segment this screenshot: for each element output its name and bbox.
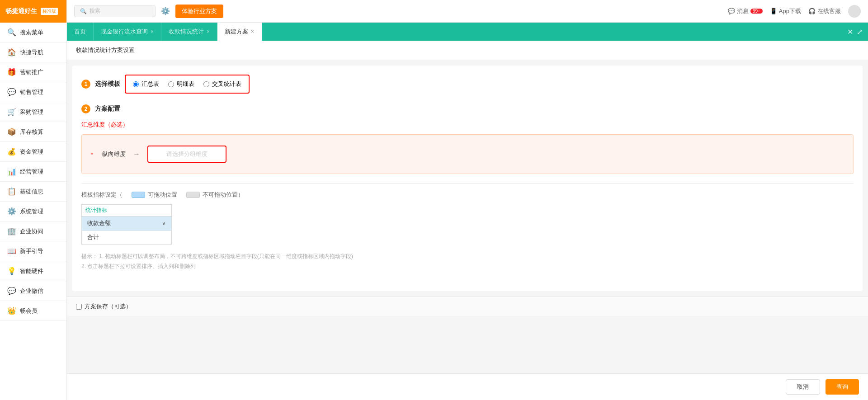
sidebar-label-sales: 销售管理 bbox=[20, 88, 43, 96]
service-label: 在线客服 bbox=[817, 7, 841, 15]
search-placeholder: 搜索 bbox=[90, 7, 100, 15]
message-label: 消息 bbox=[737, 7, 749, 15]
download-label: App下载 bbox=[779, 7, 801, 15]
tab-receipt-stats[interactable]: 收款情况统计× bbox=[161, 23, 217, 41]
tab-close-new-plan[interactable]: × bbox=[251, 28, 254, 35]
sidebar-item-system[interactable]: ⚙️ 系统管理 bbox=[0, 202, 66, 221]
sidebar-item-search-menu[interactable]: 🔍 搜索菜单 bbox=[0, 23, 66, 42]
draggable-box bbox=[132, 192, 145, 198]
sidebar-item-smart-hw[interactable]: 💡 智能硬件 bbox=[0, 261, 66, 281]
sidebar-label-wechat: 企业微信 bbox=[20, 287, 43, 295]
sidebar-item-basic-info[interactable]: 📋 基础信息 bbox=[0, 182, 66, 202]
query-button[interactable]: 查询 bbox=[826, 379, 859, 395]
close-tab-icon[interactable]: ✕ bbox=[847, 28, 853, 36]
message-button[interactable]: 💬 消息 99+ bbox=[728, 7, 763, 15]
save-checkbox[interactable] bbox=[76, 304, 82, 310]
section1-header: 1 选择模板 汇总表 明细表 交叉统计表 bbox=[81, 75, 854, 94]
save-option-label[interactable]: 方案保存（可选） bbox=[76, 302, 132, 311]
sidebar-label-quick-nav: 快捷导航 bbox=[20, 48, 43, 56]
sidebar-icon-wechat: 💬 bbox=[7, 287, 16, 295]
sidebar-icon-member: 👑 bbox=[7, 306, 16, 315]
online-service-button[interactable]: 🎧 在线客服 bbox=[808, 7, 841, 15]
cancel-button[interactable]: 取消 bbox=[786, 379, 820, 395]
option-detail[interactable]: 明细表 bbox=[168, 80, 194, 88]
metrics-header: 模板指标设定（ 可拖动位置 不可拖动位置） bbox=[81, 191, 854, 199]
sidebar-item-finance[interactable]: 💰 资金管理 bbox=[0, 142, 66, 162]
vertical-label: 纵向维度 bbox=[102, 150, 126, 158]
message-badge: 99+ bbox=[750, 9, 763, 14]
logo-text: 畅捷通好生 bbox=[5, 7, 37, 15]
radio-detail[interactable] bbox=[168, 81, 174, 87]
section1-title: 选择模板 bbox=[95, 80, 120, 88]
app-download-button[interactable]: 📱 App下载 bbox=[770, 7, 801, 15]
sidebar-item-wechat[interactable]: 💬 企业微信 bbox=[0, 281, 66, 301]
message-icon: 💬 bbox=[728, 8, 735, 14]
sidebar-item-member[interactable]: 👑 畅会员 bbox=[0, 301, 66, 321]
option-cross[interactable]: 交叉统计表 bbox=[203, 80, 241, 88]
sidebar-icon-quick-nav: 🏠 bbox=[7, 48, 16, 56]
sidebar-item-sales[interactable]: 💬 销售管理 bbox=[0, 82, 66, 102]
user-avatar[interactable] bbox=[848, 5, 861, 18]
section2-title: 方案配置 bbox=[95, 105, 120, 113]
tab-close-receipt-stats[interactable]: × bbox=[207, 28, 210, 35]
expand-tab-icon[interactable]: ⤢ bbox=[857, 28, 863, 36]
sidebar-item-quick-nav[interactable]: 🏠 快捷导航 bbox=[0, 42, 66, 62]
sidebar-item-enterprise[interactable]: 🏢 企业协同 bbox=[0, 221, 66, 241]
radio-cross[interactable] bbox=[203, 81, 209, 87]
search-bar[interactable]: 🔍 搜索 bbox=[74, 5, 156, 17]
download-icon: 📱 bbox=[770, 8, 777, 14]
metrics-config-label: 模板指标设定（ bbox=[81, 191, 123, 199]
header: 🔍 搜索 ⚙️ 体验行业方案 💬 消息 99+ 📱 App下载 🎧 在线客服 bbox=[67, 0, 868, 23]
sidebar-label-purchase: 采购管理 bbox=[20, 108, 43, 116]
sidebar-icon-finance: 💰 bbox=[7, 147, 16, 156]
sidebar-item-inventory[interactable]: 📦 库存核算 bbox=[0, 122, 66, 142]
sidebar-item-marketing[interactable]: 🎁 营销推广 bbox=[0, 62, 66, 82]
template-options: 汇总表 明细表 交叉统计表 bbox=[125, 75, 250, 94]
metrics-dropdown-icon[interactable]: ∨ bbox=[162, 220, 166, 226]
sidebar-item-guide[interactable]: 📖 新手引导 bbox=[0, 241, 66, 261]
main-area: 🔍 搜索 ⚙️ 体验行业方案 💬 消息 99+ 📱 App下载 🎧 在线客服 bbox=[67, 0, 868, 400]
section2-header: 2 方案配置 bbox=[81, 104, 854, 113]
section-template: 1 选择模板 汇总表 明细表 交叉统计表 bbox=[81, 75, 854, 94]
option-summary[interactable]: 汇总表 bbox=[133, 80, 159, 88]
option-summary-label: 汇总表 bbox=[142, 80, 159, 88]
sidebar-label-guide: 新手引导 bbox=[20, 247, 43, 255]
summary-dimension-config: 汇总维度（必选） * 纵向维度 → 请选择分组维度 bbox=[81, 121, 854, 271]
vertical-dimension-row: * 纵向维度 → 请选择分组维度 bbox=[91, 146, 844, 163]
tab-bank-flow[interactable]: 现金银行流水查询× bbox=[94, 23, 161, 41]
sidebar-label-operations: 经营管理 bbox=[20, 168, 43, 176]
tip-text-1: 提示： 1. 拖动标题栏可以调整布局，不可跨维度或指标区域拖动栏目字段(只能在同… bbox=[81, 252, 353, 262]
sidebar-label-system: 系统管理 bbox=[20, 207, 43, 216]
dimension-select[interactable]: 请选择分组维度 bbox=[147, 146, 226, 163]
settings-icon[interactable]: ⚙️ bbox=[161, 7, 170, 15]
sidebar-icon-search-menu: 🔍 bbox=[7, 28, 16, 37]
metrics-item-name: 收款金额 bbox=[87, 219, 111, 227]
sidebar-item-operations[interactable]: 📊 经营管理 bbox=[0, 162, 66, 182]
metrics-total: 合计 bbox=[82, 231, 171, 244]
bottom-bar: 方案保存（可选） bbox=[67, 296, 868, 316]
form-area: 1 选择模板 汇总表 明细表 交叉统计表 bbox=[72, 66, 863, 291]
dimension-placeholder: 请选择分组维度 bbox=[166, 151, 208, 157]
draggable-indicator: 可拖动位置 bbox=[132, 191, 177, 199]
dimension-label: 汇总维度（必选） bbox=[81, 121, 854, 129]
divider bbox=[81, 183, 854, 184]
sidebar-item-purchase[interactable]: 🛒 采购管理 bbox=[0, 102, 66, 122]
dimension-box: * 纵向维度 → 请选择分组维度 bbox=[81, 134, 854, 174]
tab-close-bank-flow[interactable]: × bbox=[151, 28, 154, 35]
header-left: 🔍 搜索 ⚙️ 体验行业方案 bbox=[74, 5, 223, 18]
sidebar-icon-marketing: 🎁 bbox=[7, 68, 16, 76]
trial-button[interactable]: 体验行业方案 bbox=[175, 5, 223, 18]
tab-new-plan[interactable]: 新建方案× bbox=[217, 23, 262, 41]
radio-summary[interactable] bbox=[133, 81, 139, 87]
tab-label-home: 首页 bbox=[74, 28, 86, 36]
sidebar-label-member: 畅会员 bbox=[20, 307, 38, 315]
non-draggable-label: 不可拖动位置） bbox=[203, 191, 244, 199]
sidebar-icon-inventory: 📦 bbox=[7, 127, 16, 136]
section2-number: 2 bbox=[81, 104, 90, 113]
sidebar-icon-guide: 📖 bbox=[7, 247, 16, 255]
metrics-item-amount[interactable]: 收款金额 ∨ bbox=[82, 216, 171, 231]
tab-home[interactable]: 首页 bbox=[67, 23, 94, 41]
sidebar-label-finance: 资金管理 bbox=[20, 148, 43, 156]
sidebar-icon-operations: 📊 bbox=[7, 167, 16, 176]
sidebar-icon-system: ⚙️ bbox=[7, 207, 16, 216]
